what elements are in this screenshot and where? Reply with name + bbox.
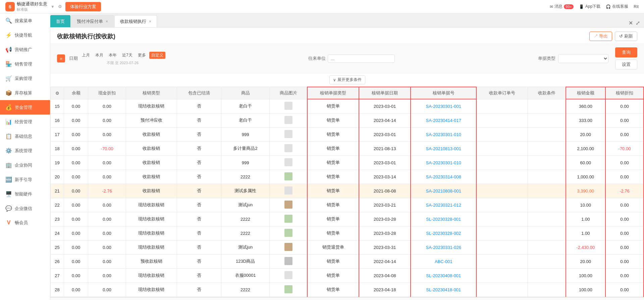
cell-goods-img xyxy=(269,283,307,297)
from-unit-input[interactable] xyxy=(328,54,395,63)
expand-more-btn[interactable]: ∨ 展开更多条件 xyxy=(329,75,365,84)
cell-receipt-condition xyxy=(528,198,566,212)
sidebar-item-member[interactable]: V 畅会员 xyxy=(0,216,50,230)
cell-writeoff-no[interactable]: SA-20230301-010 xyxy=(411,156,476,170)
cell-include-settled: 否 xyxy=(177,156,221,170)
col-gear[interactable]: ⚙ xyxy=(51,87,64,99)
cell-include-settled: 否 xyxy=(177,240,221,254)
sidebar-item-search[interactable]: 🔍 搜索菜单 xyxy=(0,13,50,28)
cell-cash-discount: 0.00 xyxy=(88,198,126,212)
date-btn-last-month[interactable]: 上月 xyxy=(80,52,92,59)
table-row: 17 0.00 0.00 收款核销 否 999 销货单 2023-03-01 S… xyxy=(51,127,644,141)
date-btn-this-year[interactable]: 本年 xyxy=(107,52,119,59)
cell-writeoff-type: 现结收款核销 xyxy=(126,198,177,212)
table-row: 25 0.00 0.00 现结收款核销 否 测试jun 销货退货单 2023-0… xyxy=(51,240,644,254)
from-unit-label: 往来单位 xyxy=(308,55,326,61)
cell-writeoff-no[interactable]: SA-20230301-001 xyxy=(411,99,476,113)
filter-toggle-btn[interactable]: » xyxy=(57,54,65,62)
sidebar-item-operations[interactable]: 📊 经营管理 xyxy=(0,115,50,129)
cell-seq: 24 xyxy=(51,226,64,240)
cell-cash-discount: 0.00 xyxy=(88,99,126,113)
cell-writeoff-amount: 1.00 xyxy=(566,212,605,226)
cell-receipt-condition xyxy=(528,254,566,268)
date-btn-7days[interactable]: 近7天 xyxy=(120,52,135,59)
sidebar-item-inventory[interactable]: 📦 库存核算 xyxy=(0,86,50,100)
basic-icon: 📋 xyxy=(5,133,12,139)
messages-btn[interactable]: ✉ 消息 99+ xyxy=(550,4,574,9)
cell-writeoff-discount: 0.00 xyxy=(605,212,644,226)
tab-home-label: 首页 xyxy=(56,18,65,25)
tab-collection[interactable]: 收款核销执行 × xyxy=(114,15,157,27)
settings-icon[interactable]: ⚙ xyxy=(58,4,62,9)
writeoff-no-link: SA-20210808-001 xyxy=(426,188,462,194)
app-selector[interactable]: ▼ xyxy=(51,4,55,9)
tab-close-btn[interactable]: ✕ xyxy=(629,20,633,26)
cell-writeoff-no[interactable]: SA-20230314-008 xyxy=(411,170,476,184)
industry-btn[interactable]: 体验行业方案 xyxy=(65,2,101,11)
sidebar-label-inventory: 库存核算 xyxy=(15,90,32,96)
cell-balance: 0.00 xyxy=(64,198,88,212)
cell-goods-img xyxy=(269,198,307,212)
cell-writeoff-no[interactable]: SL-20230328-002 xyxy=(411,226,476,240)
table-row: 26 0.00 0.00 预收款核销 否 123D商品 销货单 2022-04-… xyxy=(51,254,644,268)
table-row: 20 0.00 0.00 收款核销 否 2222 销货单 2023-03-14 … xyxy=(51,170,644,184)
query-btn[interactable]: 查询 xyxy=(615,47,637,57)
cell-writeoff-no[interactable]: SA-20230331-026 xyxy=(411,240,476,254)
date-btn-more[interactable]: 更多 xyxy=(136,52,148,59)
tab-home[interactable]: 首页 xyxy=(50,15,70,27)
tab-maximize-btn[interactable]: ⤢ xyxy=(636,20,640,26)
bill-type-select[interactable] xyxy=(558,54,608,63)
cell-writeoff-no[interactable]: SA-20230321-012 xyxy=(411,198,476,212)
app-download-btn[interactable]: 📱 App下载 xyxy=(579,4,600,9)
tab-collection-label: 收款核销执行 xyxy=(120,18,146,25)
data-table: ⚙ 余额 现金折扣 核销类型 包含已结清 商品 商品图片 核销单据类型 核销单据… xyxy=(50,87,644,297)
sidebar-item-purchase[interactable]: 🛒 采购管理 xyxy=(0,71,50,86)
user-profile[interactable]: Rit xyxy=(634,4,639,9)
cell-writeoff-no[interactable]: SL-20230408-001 xyxy=(411,268,476,283)
sidebar-item-hardware[interactable]: 🖥️ 智能硬件 xyxy=(0,187,50,201)
sidebar-item-guide[interactable]: 🆕 新手引导 xyxy=(0,172,50,187)
cell-writeoff-date: 2023-03-31 xyxy=(359,240,411,254)
sidebar-item-basic[interactable]: 📋 基础信息 xyxy=(0,129,50,143)
cell-writeoff-no[interactable]: SL-20230418-001 xyxy=(411,283,476,297)
cell-writeoff-no[interactable]: SL-20230328-001 xyxy=(411,212,476,226)
sidebar-item-quick-nav[interactable]: ⚡ 快捷导航 xyxy=(0,28,50,42)
cell-writeoff-no[interactable]: SA-20210808-001 xyxy=(411,184,476,198)
cell-goods-img xyxy=(269,212,307,226)
cell-goods-img xyxy=(269,99,307,113)
search-icon: 🔍 xyxy=(5,17,12,24)
export-btn[interactable]: ↗ 导出 xyxy=(589,32,612,41)
date-btn-this-month[interactable]: 本月 xyxy=(93,52,105,59)
sidebar-item-enterprise[interactable]: 🏢 企业协同 xyxy=(0,158,50,172)
online-service-btn[interactable]: 🎧 在线客服 xyxy=(606,4,628,9)
cell-writeoff-no[interactable]: SA-20210813-001 xyxy=(411,141,476,156)
cell-writeoff-no[interactable]: SA-20230301-010 xyxy=(411,127,476,141)
date-options: 上月 本月 本年 近7天 更多 自定义 不限 至 2023-07-26 xyxy=(80,52,165,66)
refresh-btn[interactable]: ↺ 刷新 xyxy=(615,32,637,41)
cell-writeoff-no[interactable]: ABC-001 xyxy=(411,254,476,268)
cell-writeoff-date: 2021-08-13 xyxy=(359,141,411,156)
tab-prepay[interactable]: 预付冲应付单 × xyxy=(71,15,114,27)
tab-collection-close[interactable]: × xyxy=(149,19,151,24)
cell-writeoff-type: 收款核销 xyxy=(126,170,177,184)
sidebar-item-system[interactable]: ⚙️ 系统管理 xyxy=(0,143,50,158)
col-writeoff-type: 核销类型 xyxy=(126,87,177,99)
cell-goods-img xyxy=(269,240,307,254)
sidebar-item-sales[interactable]: 🏪 销售管理 xyxy=(0,57,50,71)
cell-writeoff-no[interactable]: SA-20230414-017 xyxy=(411,113,476,127)
writeoff-no-link: SL-20230408-001 xyxy=(426,273,461,278)
col-writeoff-amount: 核销金额 xyxy=(566,87,605,99)
date-btn-custom[interactable]: 自定义 xyxy=(149,52,165,59)
cell-receipt-condition xyxy=(528,170,566,184)
sidebar-item-capital[interactable]: 💰 资金管理 xyxy=(0,100,50,115)
cell-writeoff-bill-type: 销货单 xyxy=(307,254,359,268)
sidebar-label-sales: 销售管理 xyxy=(15,61,32,67)
cell-receipt-condition xyxy=(528,127,566,141)
filter-settings-btn[interactable]: 设置 xyxy=(615,59,637,70)
sidebar-item-marketing[interactable]: 📢 营销推广 xyxy=(0,42,50,57)
sidebar-item-wechat[interactable]: 💬 企业微信 xyxy=(0,201,50,216)
cell-goods-img xyxy=(269,226,307,240)
cell-writeoff-bill-type: 销货单 xyxy=(307,212,359,226)
tab-prepay-close[interactable]: × xyxy=(106,19,108,24)
cell-balance: 0.00 xyxy=(64,254,88,268)
